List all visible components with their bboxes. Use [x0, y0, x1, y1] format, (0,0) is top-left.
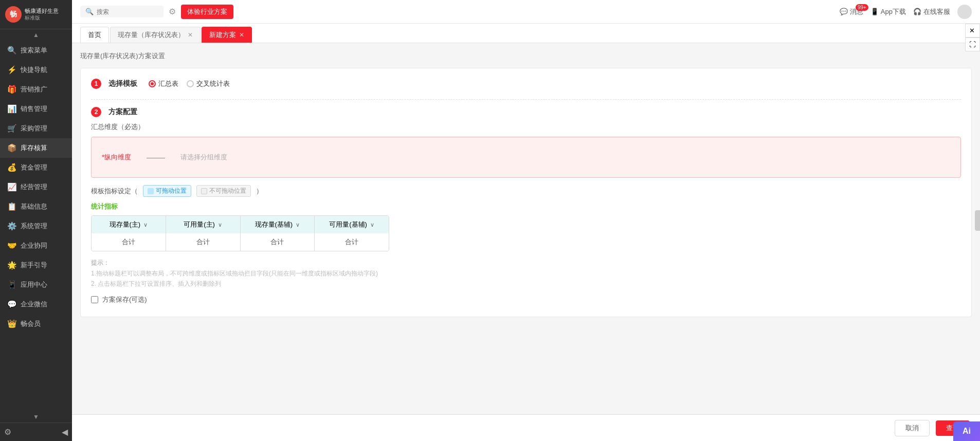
- sales-icon: 📊: [7, 104, 16, 114]
- radio-cross[interactable]: 交叉统计表: [187, 79, 230, 88]
- sidebar-item-nav[interactable]: ⚡ 快捷导航: [0, 60, 72, 80]
- cancel-button[interactable]: 取消: [895, 420, 930, 436]
- sidebar-item-guide[interactable]: 🌟 新手引导: [0, 255, 72, 275]
- stats-cell-1: 合计: [166, 233, 241, 251]
- search-input[interactable]: [97, 8, 158, 15]
- draggable-label: 可拖动位置: [156, 187, 187, 195]
- tips-item-0: 1.拖动标题栏可以调整布局，不可跨维度或指标区域拖动拦目字段(只能在同一维度或指…: [91, 269, 961, 278]
- purchase-icon: 🛒: [7, 124, 16, 133]
- guide-icon: 🌟: [7, 261, 16, 270]
- indicator-setting-close: ）: [256, 187, 263, 196]
- tab-new-plan-close[interactable]: ✕: [239, 31, 244, 39]
- app-download-icon: 📱: [870, 8, 879, 15]
- sidebar-item-label: 企业微信: [21, 300, 47, 309]
- no-drag-label: 不可拖动位置: [209, 187, 246, 195]
- sidebar-item-finance[interactable]: 💰 资金管理: [0, 158, 72, 177]
- indicator-setting-label: 模板指标设定（: [91, 187, 138, 196]
- tab-new-plan[interactable]: 新建方案 ✕: [202, 27, 252, 43]
- tab-home-label: 首页: [88, 30, 101, 40]
- panel-controls: ✕ ⛶: [965, 24, 980, 51]
- search-icon: 🔍: [85, 8, 94, 15]
- topbar-left: 🔍 ⚙ 体验行业方案: [80, 5, 233, 19]
- sidebar-item-label: 库存核算: [21, 143, 47, 153]
- template-radio-group: 汇总表 交叉统计表: [149, 79, 230, 88]
- no-drag-indicator: 不可拖动位置: [196, 185, 251, 197]
- topbar: 🔍 ⚙ 体验行业方案 💬 消息 99+ 📱 App下载 🎧 在线客服: [72, 0, 980, 24]
- expand-panel-icon[interactable]: ⛶: [965, 38, 980, 51]
- save-checkbox[interactable]: [91, 296, 98, 303]
- sidebar-item-label: 经营管理: [21, 182, 47, 192]
- avatar[interactable]: [957, 5, 972, 19]
- sidebar-nav: 🔍 搜索菜单 ⚡ 快捷导航 🎁 营销推广 📊 销售管理 🛒 采购管理 📦 库存核…: [0, 41, 72, 411]
- tab-inventory-close[interactable]: ✕: [188, 31, 193, 39]
- app-download-button[interactable]: 📱 App下载: [870, 7, 906, 16]
- sidebar-item-label: 销售管理: [21, 104, 47, 114]
- drag-color-box: [148, 188, 154, 194]
- stats-col-1-label: 可用量(主): [184, 220, 215, 229]
- stats-col-3[interactable]: 可用量(基辅) ∨: [315, 216, 389, 233]
- stats-col-0[interactable]: 现存量(主) ∨: [92, 216, 166, 233]
- sidebar-item-inventory[interactable]: 📦 库存核算: [0, 138, 72, 158]
- radio-summary[interactable]: 汇总表: [149, 79, 178, 88]
- sidebar-scroll-up[interactable]: ▲: [0, 29, 72, 41]
- main-area: 🔍 ⚙ 体验行业方案 💬 消息 99+ 📱 App下载 🎧 在线客服: [72, 0, 980, 441]
- tab-new-plan-label: 新建方案: [209, 30, 236, 40]
- sidebar-item-label: 应用中心: [21, 280, 47, 289]
- step1-row: 1 选择模板 汇总表 交叉统计表: [91, 79, 961, 89]
- quick-nav-icon: ⚡: [7, 65, 16, 75]
- sidebar-item-member[interactable]: 👑 畅会员: [0, 314, 72, 334]
- sidebar-item-operations[interactable]: 📈 经营管理: [0, 177, 72, 197]
- page-title: 现存量(库存状况表)方案设置: [80, 51, 972, 61]
- save-row: 方案保存(可选): [91, 290, 961, 306]
- stats-table: 现存量(主) ∨ 可用量(主) ∨ 现存量(基辅) ∨ 可用量(基辅) ∨: [91, 215, 389, 251]
- collapse-icon[interactable]: ◀: [62, 427, 68, 437]
- sidebar-item-search[interactable]: 🔍 搜索菜单: [0, 41, 72, 60]
- service-icon: 🎧: [913, 8, 921, 15]
- stats-col-3-label: 可用量(基辅): [329, 220, 367, 229]
- search-box[interactable]: 🔍: [80, 6, 164, 17]
- marketing-icon: 🎁: [7, 85, 16, 94]
- trial-industry-button[interactable]: 体验行业方案: [181, 5, 233, 19]
- sidebar-item-wechat[interactable]: 💬 企业微信: [0, 295, 72, 314]
- sidebar-item-label: 畅会员: [21, 319, 41, 328]
- ai-fab-button[interactable]: Ai: [953, 421, 980, 441]
- step2-badge: 2: [91, 107, 101, 117]
- settings-bottom-icon[interactable]: ⚙: [4, 427, 11, 437]
- sidebar-item-purchase[interactable]: 🛒 采购管理: [0, 119, 72, 138]
- dim-required-box: *纵向维度 —— 请选择分组维度: [91, 137, 961, 178]
- online-service-button[interactable]: 🎧 在线客服: [913, 7, 950, 16]
- sidebar-item-basic[interactable]: 📋 基础信息: [0, 197, 72, 216]
- tab-home[interactable]: 首页: [80, 27, 109, 43]
- tab-inventory[interactable]: 现存量（库存状况表） ✕: [110, 27, 201, 43]
- radio-cross-dot: [187, 80, 194, 87]
- sidebar-item-app[interactable]: 📱 应用中心: [0, 275, 72, 295]
- settings-icon[interactable]: ⚙: [169, 7, 176, 16]
- member-icon: 👑: [7, 319, 16, 328]
- operations-icon: 📈: [7, 182, 16, 192]
- wechat-icon: 💬: [7, 300, 16, 309]
- sidebar-item-cooperation[interactable]: 🤝 企业协同: [0, 236, 72, 255]
- right-edge-button[interactable]: [975, 210, 980, 231]
- step1-label: 选择模板: [108, 79, 137, 88]
- message-button[interactable]: 💬 消息 99+: [840, 7, 863, 16]
- finance-icon: 💰: [7, 163, 16, 172]
- step1-badge: 1: [91, 79, 101, 89]
- app-center-icon: 📱: [7, 280, 16, 289]
- sidebar-item-marketing[interactable]: 🎁 营销推广: [0, 80, 72, 99]
- stats-col-1[interactable]: 可用量(主) ∨: [166, 216, 241, 233]
- sidebar-item-sales[interactable]: 📊 销售管理: [0, 99, 72, 119]
- content-area: 现存量(库存状况表)方案设置 1 选择模板 汇总表 交叉统计表: [72, 43, 980, 414]
- step2-label: 方案配置: [108, 107, 137, 117]
- sidebar-item-system[interactable]: ⚙️ 系统管理: [0, 216, 72, 236]
- footer-bar: 取消 查询: [72, 414, 980, 441]
- tips-label: 提示：: [91, 259, 961, 267]
- stats-col-2[interactable]: 现存量(基辅) ∨: [241, 216, 315, 233]
- message-icon: 💬: [840, 8, 848, 15]
- close-panel-icon[interactable]: ✕: [965, 24, 980, 38]
- sidebar-scroll-down[interactable]: ▼: [0, 411, 72, 422]
- inventory-icon: 📦: [7, 143, 16, 153]
- tips-section: 提示： 1.拖动标题栏可以调整布局，不可跨维度或指标区域拖动拦目字段(只能在同一…: [91, 259, 961, 288]
- stats-cell-3: 合计: [315, 233, 389, 251]
- stats-section-title: 统计指标: [91, 202, 961, 211]
- sidebar-item-label: 企业协同: [21, 241, 47, 250]
